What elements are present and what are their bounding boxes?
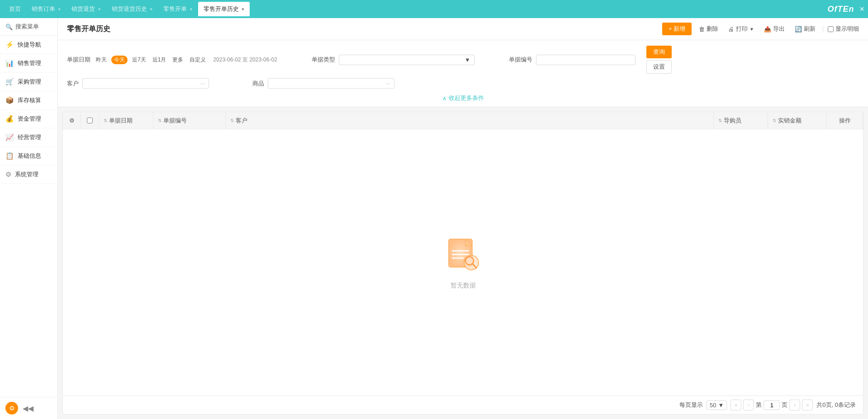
th-guide[interactable]: ⇅ 导购员	[714, 112, 768, 129]
tab-home[interactable]: 首页	[4, 2, 26, 16]
inventory-icon: 📦	[5, 96, 14, 104]
close-tab-retail-order[interactable]: ×	[190, 6, 192, 12]
display-detail-checkbox-label[interactable]: 显示明细	[828, 25, 859, 33]
close-tab-return[interactable]: ×	[98, 6, 100, 12]
sidebar: 🔍 搜索菜单 ⚡ 快捷导航 📊 销售管理 🛒 采购管理 📦 库存核算 💰 资金管…	[0, 18, 58, 419]
export-button[interactable]: 📤 导出	[761, 24, 787, 34]
close-tab-sales-order[interactable]: ×	[58, 6, 61, 12]
shortcut-7days[interactable]: 近7天	[130, 56, 148, 64]
sidebar-search[interactable]: 🔍 搜索菜单	[0, 18, 57, 36]
th-order-no[interactable]: ⇅ 单据编号	[153, 112, 226, 129]
th-settings[interactable]: ⚙	[63, 112, 81, 129]
first-page-button[interactable]: «	[730, 400, 741, 410]
collapse-sidebar-button[interactable]: ◀◀	[22, 402, 34, 414]
product-input[interactable]: ···	[268, 78, 394, 89]
page-suffix: 页	[782, 401, 787, 409]
customer-input[interactable]: ···	[82, 78, 209, 89]
collapse-icon: ∧	[442, 95, 447, 102]
tab-retail-order-history[interactable]: 零售开单历史 ×	[198, 2, 250, 16]
add-button[interactable]: 🗑 删除	[696, 24, 721, 34]
quick-nav-icon: ⚡	[5, 41, 14, 49]
pagination: 每页显示 50 ▼ « ‹ 第 页 › » 共0页, 0条记录	[63, 395, 863, 414]
sidebar-item-inventory[interactable]: 📦 库存核算	[0, 91, 57, 110]
last-page-button[interactable]: »	[802, 400, 813, 410]
print-button[interactable]: 🖨 打印 ▼	[726, 24, 757, 34]
brand-label: OfTEn	[827, 5, 854, 14]
th-checkbox[interactable]	[81, 112, 99, 129]
date-range-display: 2023-06-02 至 2023-06-02	[213, 56, 277, 64]
collapse-filter-button[interactable]: ∧ 收起更多条件	[442, 93, 484, 103]
order-no-input[interactable]	[536, 55, 636, 65]
sidebar-item-finance[interactable]: 💰 资金管理	[0, 110, 57, 128]
total-label: 共0页, 0条记录	[816, 401, 856, 409]
search-icon: 🔍	[5, 24, 13, 30]
sidebar-item-quick-nav[interactable]: ⚡ 快捷导航	[0, 36, 57, 54]
date-shortcuts: 昨天 今天 近7天 近1月 更多 自定义	[94, 56, 208, 64]
th-actions: 操作	[827, 112, 863, 129]
action-buttons: 查询 设置	[646, 46, 672, 74]
sidebar-item-sales[interactable]: 📊 销售管理	[0, 54, 57, 73]
select-all-checkbox[interactable]	[87, 118, 93, 123]
product-filter-group: 商品 ···	[252, 78, 394, 89]
query-submit-button[interactable]: 查询	[646, 46, 672, 58]
th-date[interactable]: ⇅ 单据日期	[99, 112, 153, 129]
toolbar: + 新增 🗑 删除 🖨 打印 ▼ 📤 导出 🔄 刷新	[662, 23, 859, 35]
close-tab-return-history[interactable]: ×	[150, 6, 152, 12]
display-detail-checkbox[interactable]	[828, 26, 834, 32]
filter-row-2: 客户 ··· 商品 ···	[67, 78, 859, 89]
tab-return-history[interactable]: 销货退货历史 ×	[106, 2, 158, 16]
type-select-arrow: ▼	[465, 56, 470, 63]
purchase-icon: 🛒	[5, 78, 14, 86]
finance-icon: 💰	[5, 115, 14, 123]
settings-button[interactable]: ⚙	[5, 402, 18, 414]
settings-column-icon: ⚙	[69, 117, 75, 124]
filter-row-1: 单据日期 昨天 今天 近7天 近1月 更多 自定义 2023-06-02 至 2…	[67, 46, 859, 74]
shortcut-today[interactable]: 今天	[111, 56, 128, 64]
shortcut-custom[interactable]: 自定义	[188, 56, 208, 64]
refresh-button[interactable]: 🔄 刷新	[792, 24, 818, 34]
table-area: ⚙ ⇅ 单据日期 ⇅ 单据编号 ⇅ 客户 ⇅	[62, 112, 863, 414]
toolbar-divider	[823, 25, 823, 33]
filter-area: 单据日期 昨天 今天 近7天 近1月 更多 自定义 2023-06-02 至 2…	[58, 40, 868, 107]
tab-retail-order[interactable]: 零售开单 ×	[158, 2, 198, 16]
shortcut-1month[interactable]: 近1月	[151, 56, 168, 64]
sidebar-item-system[interactable]: ⚙ 系统管理	[0, 165, 57, 184]
sort-date-icon: ⇅	[104, 118, 107, 123]
tab-return[interactable]: 销货退货 ×	[66, 2, 106, 16]
type-select[interactable]: ▼	[339, 55, 474, 65]
shortcut-more[interactable]: 更多	[171, 56, 185, 64]
print-icon: 🖨	[728, 26, 734, 33]
next-page-button[interactable]: ›	[789, 400, 800, 410]
sidebar-bottom: ⚙ ◀◀	[0, 397, 57, 419]
print-dropdown-icon: ▼	[749, 27, 754, 32]
layout: 🔍 搜索菜单 ⚡ 快捷导航 📊 销售管理 🛒 采购管理 📦 库存核算 💰 资金管…	[0, 18, 868, 419]
type-filter-group: 单据类型 ▼	[312, 55, 474, 65]
topbar-right: OfTEn ×	[827, 5, 864, 14]
main-content: 零售开单历史 + 新增 🗑 删除 🖨 打印 ▼ 📤 导出 🔄	[58, 18, 868, 419]
settings-btn[interactable]: 设置	[646, 60, 672, 74]
sidebar-item-operations[interactable]: 📈 经营管理	[0, 128, 57, 147]
empty-text: 暂无数据	[451, 282, 476, 290]
page-nav: « ‹ 第 页 › »	[730, 400, 813, 410]
th-amount[interactable]: ⇅ 实销金额	[768, 112, 827, 129]
query-button[interactable]: + 新增	[662, 23, 692, 35]
table-header: ⚙ ⇅ 单据日期 ⇅ 单据编号 ⇅ 客户 ⇅	[63, 112, 863, 129]
sales-icon: 📊	[5, 59, 14, 67]
sidebar-item-basic-info[interactable]: 📋 基础信息	[0, 147, 57, 165]
tab-sales-order[interactable]: 销售订单 ×	[26, 2, 66, 16]
shortcut-yesterday[interactable]: 昨天	[94, 56, 109, 64]
page-title: 零售开单历史	[67, 24, 110, 34]
sidebar-item-purchase[interactable]: 🛒 采购管理	[0, 73, 57, 91]
close-tab-retail-order-history[interactable]: ×	[242, 6, 244, 12]
add-icon: 🗑	[699, 26, 705, 33]
top-bar: 首页 销售订单 × 销货退货 × 销货退货历史 × 零售开单 × 零售开单历史 …	[0, 0, 868, 18]
page-number-input[interactable]	[764, 400, 780, 410]
per-page-select[interactable]: 50 ▼	[707, 400, 727, 410]
prev-page-button[interactable]: ‹	[743, 400, 754, 410]
sort-order-icon: ⇅	[158, 118, 161, 123]
per-page-arrow: ▼	[718, 402, 724, 409]
page-label: 第	[756, 401, 762, 409]
collapse-row: ∧ 收起更多条件	[67, 93, 859, 103]
th-customer[interactable]: ⇅ 客户	[226, 112, 714, 129]
topbar-close-icon[interactable]: ×	[859, 5, 864, 14]
